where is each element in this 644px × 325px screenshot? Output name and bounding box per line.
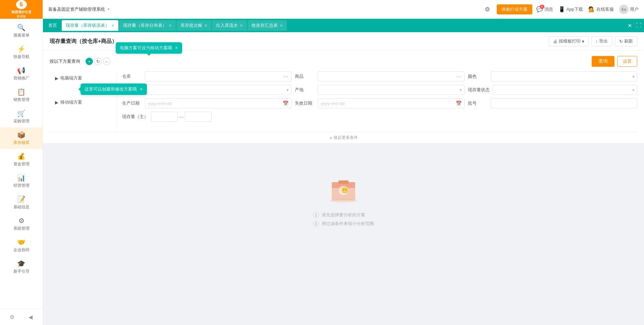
hint-num-1: 1: [313, 212, 319, 218]
sales-icon: 📋: [17, 88, 25, 96]
produce-date-calendar-icon: 📅: [283, 101, 288, 106]
quicknav-icon: ⚡: [17, 45, 25, 53]
notification-badge: 💬 6: [536, 6, 543, 12]
scheme-tree-panel: ▶ 电脑端方案 这里可以创建和修改方案哦 ✕ ▶: [50, 71, 117, 132]
app-download-label: App下载: [567, 6, 583, 12]
expire-date-calendar-icon: 📅: [456, 101, 462, 106]
scheme-tooltip-close[interactable]: ✕: [175, 46, 178, 50]
stock-qty-min-input[interactable]: [151, 112, 178, 122]
warehouse-select[interactable]: ⋯: [145, 71, 291, 82]
pc-scheme-item[interactable]: ▶ 电脑端方案: [50, 73, 114, 84]
page-actions: 🖨 按模板打印 ▾ ↑ 导出 ↻ 刷新: [549, 36, 638, 46]
tab-inventory-status[interactable]: 现存量（库存状况表） ✕: [62, 20, 118, 31]
add-scheme-btn[interactable]: +: [86, 58, 93, 65]
size-select[interactable]: ▾: [145, 85, 291, 95]
svg-text:😶: 😶: [341, 187, 348, 194]
scheme-tooltip2-close[interactable]: ✕: [140, 87, 143, 92]
collapse-filter-btn[interactable]: ∧ 收起更多条件: [50, 132, 637, 143]
topbar-settings-btn[interactable]: ⚙: [482, 4, 493, 15]
expire-date-input[interactable]: yyyy-mm-dd 📅: [318, 98, 464, 108]
export-btn[interactable]: ↑ 导出: [591, 36, 612, 46]
settings-footer-btn[interactable]: ⚙: [7, 312, 17, 322]
topbar-right: 💬 6 消息 📱 App下载 💁 在线客服 Ea 用户: [536, 5, 639, 14]
search-button[interactable]: 查询: [592, 56, 614, 67]
collapse-sidebar-btn[interactable]: ◀: [25, 312, 36, 322]
origin-select[interactable]: ▾: [318, 85, 464, 95]
sidebar-item-guide[interactable]: 🎓新手引导: [0, 256, 43, 278]
content-area: 现存量查询（按仓库+商品） 🖨 按模板打印 ▾ ↑ 导出 ↻ 刷新: [43, 32, 644, 325]
sidebar-item-system[interactable]: ⚙系统管理: [0, 213, 43, 235]
scheme-tooltip2-text: 这里可以创建和修改方案哦: [85, 86, 137, 92]
system-name: 装备及固定资产辅助管理系统: [48, 6, 105, 12]
sidebar-item-sales[interactable]: 📋销售管理: [0, 85, 43, 106]
refresh-icon: ↻: [619, 39, 623, 44]
industry-plan-button[interactable]: 体验行业方案: [497, 4, 532, 14]
stock-qty-max-input[interactable]: [185, 112, 212, 122]
scheme-tooltip2: 这里可以创建和修改方案哦 ✕: [80, 84, 147, 95]
logo-icon: 6: [16, 0, 27, 9]
sidebar-item-enterprise[interactable]: 🤝企业协同: [0, 235, 43, 256]
fullscreen-btn[interactable]: ⛶: [635, 21, 643, 30]
sidebar-item-marketing[interactable]: 📢营销推广: [0, 63, 43, 85]
tab-close-inventory-dist[interactable]: ✕: [169, 23, 172, 28]
filter-goods: 商品 ⋯: [295, 71, 464, 82]
sidebar-item-capital[interactable]: 💰资金管理: [0, 149, 43, 170]
notification-btn[interactable]: 💬 6 消息: [536, 6, 553, 12]
tab-inout-flow[interactable]: 出入库流水 ✕: [212, 20, 247, 31]
print-arrow-icon: ▾: [582, 39, 584, 44]
system-icon: ⚙: [18, 217, 24, 225]
stock-status-arrow-icon: ▾: [633, 88, 634, 92]
print-btn[interactable]: 🖨 按模板打印 ▾: [549, 36, 589, 46]
refresh-btn[interactable]: ↻ 刷新: [615, 36, 637, 46]
print-icon: 🖨: [553, 39, 557, 44]
range-separator: —: [179, 114, 183, 119]
tab-inventory-dist[interactable]: 现存量（库存分布表） ✕: [119, 20, 176, 31]
marketing-icon: 📢: [17, 66, 25, 74]
sidebar-item-purchase[interactable]: 🛒采购管理: [0, 106, 43, 127]
empty-hint-1: 1 请先选择要分析的方案: [313, 212, 374, 218]
online-service-btn[interactable]: 💁 在线客服: [588, 6, 614, 12]
sidebar-item-basicinfo[interactable]: 📝基础信息: [0, 192, 43, 213]
refresh-scheme-btn[interactable]: ↻: [94, 58, 102, 65]
filter-warehouse: 仓库 ⋯: [122, 71, 291, 82]
tab-close-batch-ledger[interactable]: ✕: [204, 23, 207, 28]
stock-status-select[interactable]: ▾: [492, 85, 637, 95]
sidebar-item-search[interactable]: 🔍搜索菜单: [0, 20, 43, 42]
goods-select[interactable]: ⋯: [318, 71, 464, 82]
sidebar-item-operations[interactable]: 📊经营管理: [0, 170, 43, 192]
sidebar-item-label-operations: 经营管理: [13, 183, 30, 188]
color-select[interactable]: ▾: [491, 71, 637, 82]
filter-expire-date: 失效日期 yyyy-mm-dd 📅: [295, 98, 464, 108]
filter-color: 颜色 ▾: [468, 71, 637, 82]
tab-home[interactable]: 首页: [44, 20, 61, 31]
size-arrow-icon: ▾: [287, 88, 288, 92]
logo-badge: 标准版: [17, 14, 26, 19]
notification-label: 消息: [544, 6, 553, 12]
mobile-scheme-arrow: ▶: [55, 100, 58, 105]
tab-batch-ledger[interactable]: 库存批次账 ✕: [176, 20, 211, 31]
logo-text: 畅捷通好生意: [11, 10, 32, 14]
back-scheme-btn[interactable]: ←: [103, 58, 110, 65]
filter-scheme-row: 按以下方案查询 + ↻ ← 电脑方案可设为移动方案哦 ✕ 查询 设置: [50, 55, 637, 68]
mobile-scheme-item[interactable]: ▶ 移动端方案: [50, 97, 114, 108]
tab-receive-summary[interactable]: 收发存汇总表 ✕: [248, 20, 287, 31]
sidebar-item-quicknav[interactable]: ⚡快捷导航: [0, 42, 43, 63]
basicinfo-icon: 📝: [17, 195, 25, 203]
produce-date-input[interactable]: yyyy-mm-dd 📅: [145, 98, 291, 108]
capital-icon: 💰: [17, 152, 25, 160]
sidebar-item-inventory[interactable]: 📦库存核算: [0, 127, 43, 149]
user-btn[interactable]: Ea 用户: [619, 5, 639, 14]
filter-stock-qty: 现存量（主） —: [122, 112, 291, 122]
topbar: 装备及固定资产辅助管理系统 ▾ ⚙ 体验行业方案 💬 6 消息 📱 App下载 …: [43, 0, 644, 19]
reset-button[interactable]: 设置: [617, 56, 637, 67]
close-all-tabs-btn[interactable]: ✕: [626, 21, 633, 30]
batch-no-input[interactable]: [491, 98, 637, 108]
app-download-btn[interactable]: 📱 App下载: [558, 6, 583, 12]
phone-icon: 📱: [558, 6, 565, 12]
tab-close-inout-flow[interactable]: ✕: [240, 23, 243, 28]
svg-rect-3: [338, 180, 348, 184]
tab-close-receive-summary[interactable]: ✕: [280, 23, 283, 28]
tab-close-inventory-status[interactable]: ✕: [111, 23, 114, 28]
app-logo: 6 畅捷通好生意 标准版: [0, 0, 43, 19]
sidebar-item-label-capital: 资金管理: [13, 161, 30, 167]
